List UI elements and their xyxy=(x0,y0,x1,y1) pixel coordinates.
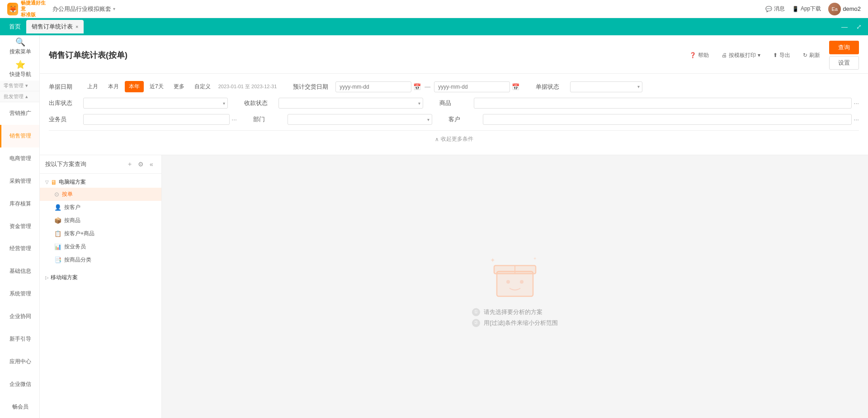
sidebar-item-corp[interactable]: 企业协同 xyxy=(0,305,39,328)
refresh-icon: ↻ xyxy=(803,52,807,58)
bycustomergoods-icon: 📋 xyxy=(54,230,61,237)
bygoods-icon: 📦 xyxy=(54,217,61,224)
scheme-group-pc-title[interactable]: ▽ 🖥 电脑端方案 xyxy=(40,176,161,188)
goods-label: 商品 xyxy=(439,99,467,107)
scheme-group-pc: ▽ 🖥 电脑端方案 ⊙ 按单 👤 按客户 📦 按商品 xyxy=(40,174,161,269)
svg-point-4 xyxy=(520,280,524,284)
scheme-item-bygoods[interactable]: 📦 按商品 xyxy=(40,214,161,227)
order-status-select[interactable] xyxy=(570,81,642,92)
sidebar-item-shortcut[interactable]: ⭐ 快捷导航 xyxy=(0,58,39,81)
export-btn[interactable]: ⬆ 导出 xyxy=(769,50,794,61)
help-btn[interactable]: ❓ 帮助 xyxy=(686,50,712,61)
scheme-item-bysalesperson[interactable]: 📊 按业务员 xyxy=(40,240,161,253)
sidebar-item-basic[interactable]: 基础信息 xyxy=(0,260,39,283)
date-btn-7days[interactable]: 近7天 xyxy=(146,81,168,92)
right-main: 销售订单统计表(按单) ❓ 帮助 🖨 按模板打印 ▾ ⬆ 导出 ↻ 刷新 xyxy=(40,35,868,418)
scheme-item-bycategory[interactable]: 📑 按商品分类 xyxy=(40,253,161,266)
date-btn-thismonth[interactable]: 本月 xyxy=(104,81,123,92)
sidebar-item-purchase[interactable]: 采购管理 xyxy=(0,170,39,192)
date-btn-custom[interactable]: 自定义 xyxy=(190,81,215,92)
tab-minimize-btn[interactable]: — xyxy=(839,21,850,32)
sidebar-ecommerce-label: 电商管理 xyxy=(9,155,31,162)
date-label: 单据日期 xyxy=(49,83,76,91)
collapse-bar[interactable]: ∧ 收起更多条件 xyxy=(49,130,859,147)
refresh-btn[interactable]: ↻ 刷新 xyxy=(799,50,824,61)
scheme-item-bycustomer[interactable]: 👤 按客户 xyxy=(40,201,161,214)
customer-input[interactable] xyxy=(483,114,852,125)
tab-active[interactable]: 销售订单统计表 × xyxy=(26,20,84,33)
salesperson-input[interactable] xyxy=(83,114,230,125)
message-action[interactable]: 💬 消息 xyxy=(765,5,785,13)
sidebar-retail-header[interactable]: 零售管理 ▾ xyxy=(0,81,39,91)
sidebar-item-newguide[interactable]: 新手引导 xyxy=(0,328,39,351)
sidebar-operation-label: 经营管理 xyxy=(9,245,31,252)
tab-expand-btn[interactable]: ⤢ xyxy=(854,21,864,32)
scheme-item-byorder[interactable]: ⊙ 按单 xyxy=(40,188,161,201)
query-btn[interactable]: 查询 xyxy=(829,41,859,54)
payment-status-label: 收款状态 xyxy=(244,99,271,107)
filter-row-status: 出库状态 ▾ 收款状态 ▾ 商品 ··· xyxy=(49,98,859,109)
sidebar-item-shortcut-label: 快捷导航 xyxy=(9,71,31,78)
scheme-settings-icon[interactable]: ⚙ xyxy=(136,160,145,169)
user-action[interactable]: Ea demo2 xyxy=(828,3,861,15)
calendar-start-icon[interactable]: 📅 xyxy=(413,83,421,90)
tab-close-icon[interactable]: × xyxy=(75,24,78,29)
bysalesperson-label: 按业务员 xyxy=(64,243,86,251)
collapse-label: 收起更多条件 xyxy=(441,135,473,143)
date-btn-lastmonth[interactable]: 上月 xyxy=(83,81,102,92)
tab-bar: 首页 销售订单统计表 × — ⤢ xyxy=(0,18,868,35)
ship-status-wrapper: ▾ xyxy=(83,98,228,109)
order-status-label: 单据状态 xyxy=(536,83,563,91)
print-icon: 🖨 xyxy=(722,52,727,58)
sidebar-item-finance[interactable]: 资金管理 xyxy=(0,215,39,238)
scheme-collapse-icon[interactable]: « xyxy=(147,160,156,169)
calendar-end-icon[interactable]: 📅 xyxy=(512,83,519,90)
sidebar-basic-label: 基础信息 xyxy=(9,267,31,275)
workspace-dropdown-icon[interactable]: ▾ xyxy=(113,6,115,11)
sidebar-item-operation[interactable]: 经营管理 xyxy=(0,238,39,260)
sidebar-item-member[interactable]: 畅会员 xyxy=(0,395,39,418)
expected-date-end[interactable] xyxy=(434,81,510,92)
username-label: demo2 xyxy=(843,5,861,12)
dept-select[interactable] xyxy=(288,114,432,125)
goods-input[interactable] xyxy=(474,98,852,109)
scheme-group-mobile-title[interactable]: ▷ 移动端方案 xyxy=(40,272,161,283)
inner-layout: 按以下方案查询 ＋ ⚙ « ▽ 🖥 电脑端方案 ⊙ xyxy=(40,155,868,418)
help-label: 帮助 xyxy=(698,52,709,59)
expected-date-start[interactable] xyxy=(335,81,411,92)
sidebar-item-sales[interactable]: 销售管理 xyxy=(0,125,39,147)
sidebar-item-system[interactable]: 系统管理 xyxy=(0,283,39,305)
salesperson-dots[interactable]: ··· xyxy=(231,116,237,123)
sidebar-wholesale-header[interactable]: 批发管理 ▴ xyxy=(0,91,39,102)
mobile-group-toggle-icon: ▷ xyxy=(45,275,49,280)
sidebar-item-corpwechat[interactable]: 企业微信 xyxy=(0,373,39,395)
sidebar: 🔍 搜索菜单 ⭐ 快捷导航 零售管理 ▾ 批发管理 ▴ 营销推广 销售管理 电商… xyxy=(0,35,40,418)
dept-wrapper: ▾ xyxy=(288,114,432,125)
customer-dots[interactable]: ··· xyxy=(854,116,859,123)
template-print-btn[interactable]: 🖨 按模板打印 ▾ xyxy=(718,50,764,61)
sidebar-item-ecommerce[interactable]: 电商管理 xyxy=(0,147,39,170)
logo-icon: 🦊 xyxy=(7,3,18,15)
bycustomer-icon: 👤 xyxy=(54,204,61,211)
sidebar-inventory-label: 库存核算 xyxy=(9,200,31,208)
ship-status-select[interactable] xyxy=(83,98,228,109)
scheme-item-bycustomergoods[interactable]: 📋 按客户+商品 xyxy=(40,227,161,240)
payment-status-select[interactable] xyxy=(278,98,423,109)
svg-text:✦: ✦ xyxy=(533,256,537,261)
app-download-action[interactable]: 📱 App下载 xyxy=(792,5,821,13)
tab-home[interactable]: 首页 xyxy=(4,20,26,33)
app-download-icon: 📱 xyxy=(792,6,799,12)
sidebar-corpwechat-label: 企业微信 xyxy=(9,380,31,388)
settings-btn[interactable]: 设置 xyxy=(829,56,859,70)
date-btn-more[interactable]: 更多 xyxy=(170,81,189,92)
sidebar-item-search[interactable]: 🔍 搜索菜单 xyxy=(0,35,39,58)
bycategory-icon: 📑 xyxy=(54,256,61,263)
sidebar-item-appcenter[interactable]: 应用中心 xyxy=(0,350,39,373)
scheme-add-icon[interactable]: ＋ xyxy=(125,160,134,169)
goods-dots[interactable]: ··· xyxy=(854,100,859,107)
sidebar-item-marketing[interactable]: 营销推广 xyxy=(0,102,39,125)
active-tab-label: 销售订单统计表 xyxy=(32,23,73,31)
page-actions: ❓ 帮助 🖨 按模板打印 ▾ ⬆ 导出 ↻ 刷新 查询 xyxy=(686,41,859,70)
sidebar-item-inventory[interactable]: 库存核算 xyxy=(0,192,39,215)
date-btn-thisyear[interactable]: 本年 xyxy=(125,81,144,92)
